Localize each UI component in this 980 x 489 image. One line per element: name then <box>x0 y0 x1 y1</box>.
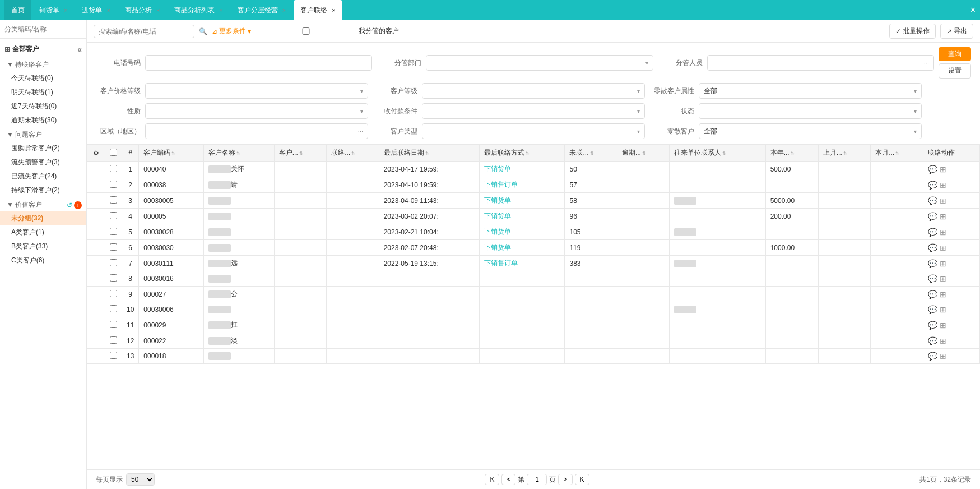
cell-check[interactable] <box>105 256 122 271</box>
last-method-link[interactable]: 下销货单 <box>484 196 511 204</box>
chat-icon[interactable]: 💬 <box>928 212 937 221</box>
tab-purchase[interactable]: 进货单 × <box>75 0 117 20</box>
cell-check[interactable] <box>105 177 122 193</box>
section-pending-contact[interactable]: ▼ 待联络客户 <box>0 57 86 71</box>
sidebar-item-churn-warning[interactable]: 流失预警客户(3) <box>0 155 86 169</box>
tab-purchase-close[interactable]: × <box>106 7 110 13</box>
tab-customer-tier[interactable]: 客户分层经营 × <box>231 0 292 20</box>
price-grade-field[interactable]: ▾ <box>145 83 368 99</box>
page-number-input[interactable] <box>527 474 547 485</box>
tab-sales[interactable]: 销货单 × <box>32 0 74 20</box>
th-this-year[interactable]: 本年...⇅ <box>765 145 818 162</box>
cell-check[interactable] <box>105 271 122 287</box>
my-customers-checkbox[interactable]: 我分管的客户 <box>256 26 399 36</box>
close-all-button[interactable]: × <box>970 5 976 15</box>
cell-last-method[interactable] <box>479 287 565 302</box>
reset-button[interactable]: 设置 <box>939 63 971 79</box>
chat-icon[interactable]: 💬 <box>928 305 937 314</box>
cell-check[interactable] <box>105 209 122 224</box>
phone-input[interactable] <box>150 59 367 67</box>
cell-last-method[interactable]: 下销货单 <box>479 193 565 209</box>
last-method-link[interactable]: 下销货单 <box>484 212 511 220</box>
th-unit-contact[interactable]: 往来单位联系人⇅ <box>670 145 765 162</box>
next-page-button[interactable]: > <box>558 474 572 485</box>
first-page-button[interactable]: K <box>485 474 499 485</box>
cell-check[interactable] <box>105 302 122 317</box>
th-overdue[interactable]: 逾期...⇅ <box>617 145 669 162</box>
last-method-link[interactable]: 下销售订单 <box>484 181 518 188</box>
export-button[interactable]: ↗ 导出 <box>940 24 973 39</box>
th-name[interactable]: 客户名称⇅ <box>203 145 274 162</box>
cell-last-method[interactable]: 下销货单 <box>479 224 565 240</box>
cell-check[interactable] <box>105 224 122 240</box>
grid-action-icon[interactable]: ⊞ <box>940 165 946 174</box>
chat-icon[interactable]: 💬 <box>928 321 937 330</box>
grid-action-icon[interactable]: ⊞ <box>940 181 946 190</box>
grid-action-icon[interactable]: ⊞ <box>940 305 946 314</box>
chat-icon[interactable]: 💬 <box>928 290 937 299</box>
cell-check[interactable] <box>105 287 122 302</box>
row-checkbox[interactable] <box>110 321 117 328</box>
sidebar-item-tomorrow-contact[interactable]: 明天待联络(1) <box>0 85 86 99</box>
batch-op-button[interactable]: ✓ 批量操作 <box>889 24 936 39</box>
grid-action-icon[interactable]: ⊞ <box>940 259 946 268</box>
cust-type-field[interactable]: ▾ <box>422 123 645 139</box>
prev-page-button[interactable]: < <box>501 474 515 485</box>
tab-sales-close[interactable]: × <box>64 7 67 13</box>
sidebar-item-week-contact[interactable]: 近7天待联络(0) <box>0 99 86 113</box>
grid-action-icon[interactable]: ⊞ <box>940 321 946 330</box>
cell-last-method[interactable] <box>479 271 565 287</box>
sidebar-item-class-a[interactable]: A类客户(1) <box>0 225 86 239</box>
sidebar-search-input[interactable] <box>4 25 87 33</box>
cell-last-method[interactable]: 下销货单 <box>479 240 565 256</box>
tab-product-analysis-close[interactable]: × <box>156 7 160 13</box>
row-checkbox[interactable] <box>110 243 117 251</box>
tab-customer-contact[interactable]: 客户联络 × <box>294 0 342 20</box>
row-checkbox[interactable] <box>110 259 117 266</box>
section-value-customers[interactable]: ▼ 价值客户 ↺ ! <box>0 197 86 211</box>
refresh-icon[interactable]: ↺ <box>67 201 72 209</box>
tab-customer-tier-close[interactable]: × <box>282 7 286 13</box>
th-code[interactable]: 客户编码⇅ <box>139 145 203 162</box>
grid-action-icon[interactable]: ⊞ <box>940 228 946 237</box>
region-more-icon[interactable]: ··· <box>358 128 363 135</box>
sidebar-item-class-c[interactable]: C类客户(6) <box>0 253 86 267</box>
row-checkbox[interactable] <box>110 181 117 188</box>
tab-home[interactable]: 首页 <box>4 0 31 20</box>
cell-check[interactable] <box>105 333 122 349</box>
query-button[interactable]: 查询 <box>939 47 971 61</box>
cell-last-method[interactable] <box>479 317 565 333</box>
row-checkbox[interactable] <box>110 336 117 344</box>
chat-icon[interactable]: 💬 <box>928 228 937 237</box>
all-customers-header[interactable]: ⊞ 全部客户 « <box>0 41 86 57</box>
grid-action-icon[interactable]: ⊞ <box>940 336 946 345</box>
cell-last-method[interactable]: 下销货单 <box>479 209 565 224</box>
chat-icon[interactable]: 💬 <box>928 165 937 174</box>
scatter-attr-field[interactable]: 全部 ▾ <box>699 83 922 99</box>
payment-field[interactable]: ▾ <box>422 103 645 119</box>
more-conditions-button[interactable]: ⊿ 更多条件 ▾ <box>212 26 251 36</box>
cell-check[interactable] <box>105 349 122 364</box>
sidebar-item-class-b[interactable]: B类客户(33) <box>0 239 86 253</box>
last-method-link[interactable]: 下销货单 <box>484 165 511 173</box>
sidebar-collapse-icon[interactable]: « <box>77 45 82 54</box>
row-checkbox[interactable] <box>110 290 117 297</box>
chat-icon[interactable]: 💬 <box>928 336 937 345</box>
dept-field[interactable]: ▾ <box>426 55 653 71</box>
tab-product-analysis[interactable]: 商品分析 × <box>118 0 166 20</box>
grid-action-icon[interactable]: ⊞ <box>940 290 946 299</box>
grid-action-icon[interactable]: ⊞ <box>940 243 946 252</box>
sidebar-item-overdue-contact[interactable]: 逾期未联络(30) <box>0 113 86 127</box>
th-this-month[interactable]: 本月...⇅ <box>871 145 923 162</box>
tab-product-analysis-list[interactable]: 商品分析列表 × <box>168 0 229 20</box>
more-icon[interactable]: ··· <box>924 59 929 66</box>
last-page-button[interactable]: K <box>575 474 589 485</box>
th-contact[interactable]: 联络...⇅ <box>327 145 379 162</box>
section-problem-customers[interactable]: ▼ 问题客户 <box>0 127 86 141</box>
row-checkbox[interactable] <box>110 274 117 282</box>
th-type[interactable]: 客户...⇅ <box>274 145 326 162</box>
tab-product-analysis-list-close[interactable]: × <box>219 7 222 13</box>
row-checkbox[interactable] <box>110 165 117 172</box>
region-field[interactable]: ··· <box>145 123 368 139</box>
cell-check[interactable] <box>105 162 122 177</box>
